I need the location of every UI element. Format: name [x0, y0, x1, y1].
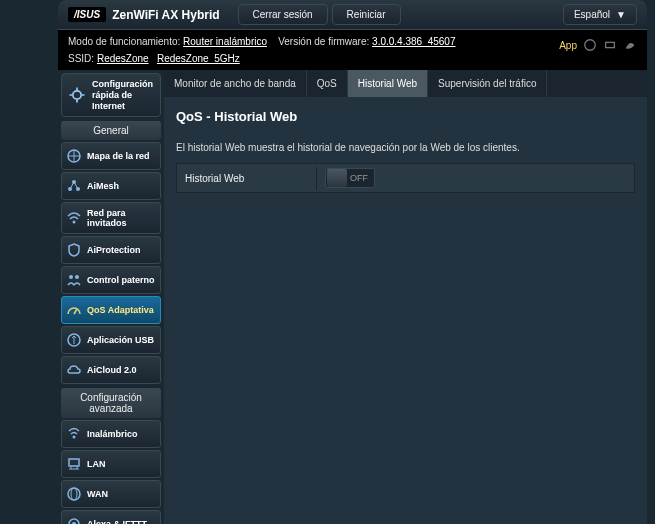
mode-value-link[interactable]: Router inalámbrico — [183, 36, 267, 47]
sidebar-item-label: Inalámbrico — [87, 429, 138, 439]
svg-point-8 — [69, 275, 73, 279]
sidebar-item-label: WAN — [87, 489, 108, 499]
sidebar-item-label: Aplicación USB — [87, 335, 154, 345]
firmware-value-link[interactable]: 3.0.0.4.386_45607 — [372, 36, 455, 47]
language-label: Español — [574, 9, 610, 20]
gear-arrow-icon — [67, 85, 87, 105]
globe-icon — [66, 148, 82, 164]
section-general-header: General — [61, 121, 161, 140]
sidebar-item-label: AiCloud 2.0 — [87, 365, 137, 375]
section-advanced-header: Configuración avanzada — [61, 388, 161, 418]
top-bar: /ISUS ZenWiFi AX Hybrid Cerrar sesión Re… — [58, 0, 647, 30]
link-icon[interactable] — [583, 38, 597, 52]
language-selector[interactable]: Español ▼ — [563, 4, 637, 25]
tab-traffic[interactable]: Supervisión del tráfico — [428, 70, 547, 97]
cloud-icon — [66, 362, 82, 378]
sidebar-item-guest[interactable]: Red para invitados — [61, 202, 161, 234]
page-title: QoS - Historial Web — [176, 109, 635, 132]
quick-setup-label: Configuración rápida de Internet — [92, 79, 155, 111]
sidebar-item-label: AiMesh — [87, 181, 119, 191]
people-icon — [66, 272, 82, 288]
svg-point-0 — [585, 40, 596, 51]
tab-bandwidth[interactable]: Monitor de ancho de banda — [164, 70, 307, 97]
chevron-down-icon: ▼ — [616, 9, 626, 20]
firmware-label: Versión de firmware: — [278, 36, 369, 47]
toggle-state-label: OFF — [350, 173, 368, 183]
sidebar-item-aicloud[interactable]: AiCloud 2.0 — [61, 356, 161, 384]
sidebar-item-label: AiProtection — [87, 245, 141, 255]
reboot-button[interactable]: Reiniciar — [332, 4, 401, 25]
sidebar-item-label: Control paterno — [87, 275, 155, 285]
voice-icon — [66, 516, 82, 524]
sidebar-item-label: Mapa de la red — [87, 151, 150, 161]
page-description: El historial Web muestra el historial de… — [176, 142, 635, 153]
app-link[interactable]: App — [559, 40, 577, 51]
sidebar-item-netmap[interactable]: Mapa de la red — [61, 142, 161, 170]
sidebar-item-label: Alexa & IFTTT — [87, 519, 147, 524]
leaf-icon[interactable] — [623, 38, 637, 52]
ssid1-link[interactable]: RedesZone — [97, 53, 149, 64]
ssid2-link[interactable]: RedesZone_5GHz — [157, 53, 240, 64]
toggle-knob — [327, 169, 347, 187]
main-content: Monitor de ancho de banda QoS Historial … — [164, 70, 647, 524]
sidebar-item-wireless[interactable]: Inalámbrico — [61, 420, 161, 448]
webhistory-row: Historial Web OFF — [176, 163, 635, 193]
asus-logo: /ISUS — [68, 7, 106, 22]
svg-point-7 — [73, 221, 76, 224]
brand: /ISUS ZenWiFi AX Hybrid — [68, 7, 220, 22]
mode-label: Modo de funcionamiento: — [68, 36, 180, 47]
sidebar-item-usb[interactable]: Aplicación USB — [61, 326, 161, 354]
webhistory-toggle[interactable]: OFF — [325, 168, 375, 188]
sidebar: Configuración rápida de Internet General… — [58, 70, 164, 524]
svg-point-11 — [73, 436, 76, 439]
tab-webhistory[interactable]: Historial Web — [348, 70, 428, 97]
sidebar-item-alexa[interactable]: Alexa & IFTTT — [61, 510, 161, 524]
sidebar-item-aimesh[interactable]: AiMesh — [61, 172, 161, 200]
sidebar-item-parental[interactable]: Control paterno — [61, 266, 161, 294]
sidebar-item-label: LAN — [87, 459, 106, 469]
sidebar-item-qos[interactable]: QoS Adaptativa — [61, 296, 161, 324]
svg-point-9 — [75, 275, 79, 279]
sidebar-item-aiprotection[interactable]: AiProtection — [61, 236, 161, 264]
usb-icon — [66, 332, 82, 348]
svg-point-13 — [68, 488, 80, 500]
sidebar-item-label: Red para invitados — [87, 208, 156, 228]
svg-point-2 — [73, 91, 81, 99]
lan-icon — [66, 456, 82, 472]
signal-icon — [66, 426, 82, 442]
svg-rect-1 — [606, 42, 615, 47]
sidebar-item-lan[interactable]: LAN — [61, 450, 161, 478]
model-name: ZenWiFi AX Hybrid — [112, 8, 219, 22]
shield-icon — [66, 242, 82, 258]
info-bar: Modo de funcionamiento: Router inalámbri… — [58, 30, 647, 70]
logout-button[interactable]: Cerrar sesión — [238, 4, 328, 25]
wan-icon — [66, 486, 82, 502]
ssid-label: SSID: — [68, 53, 94, 64]
mesh-icon — [66, 178, 82, 194]
tab-qos[interactable]: QoS — [307, 70, 348, 97]
svg-point-14 — [71, 488, 77, 500]
wifi-icon — [66, 210, 82, 226]
svg-rect-12 — [69, 459, 79, 466]
sidebar-item-label: QoS Adaptativa — [87, 305, 154, 315]
status-icon[interactable] — [603, 38, 617, 52]
webhistory-label: Historial Web — [177, 167, 317, 190]
gauge-icon — [66, 302, 82, 318]
quick-setup-button[interactable]: Configuración rápida de Internet — [61, 73, 161, 117]
tab-bar: Monitor de ancho de banda QoS Historial … — [164, 70, 647, 97]
sidebar-item-wan[interactable]: WAN — [61, 480, 161, 508]
